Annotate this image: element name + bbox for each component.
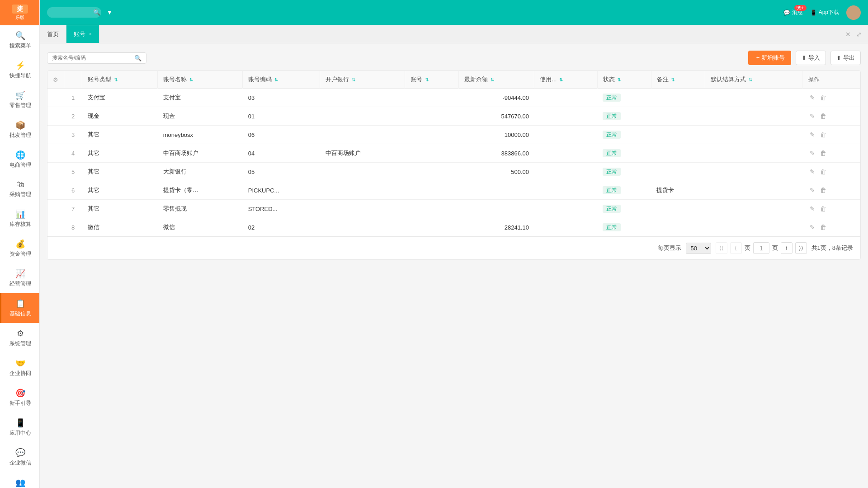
table-row: 3 其它 moneybosx 06 10000.00 正常 ✎ 🗑	[47, 126, 860, 144]
sidebar-item-finance[interactable]: 💰 资金管理	[0, 234, 39, 263]
import-button[interactable]: ⬇ 导入	[796, 51, 826, 65]
row-action: ✎ 🗑	[802, 144, 860, 163]
status-badge: 正常	[603, 131, 621, 139]
export-icon: ⬆	[836, 55, 841, 61]
col-settlement[interactable]: 默认结算方式 ⇅	[705, 71, 802, 89]
sidebar-item-system[interactable]: ⚙ 系统管理	[0, 323, 39, 353]
row-settlement	[705, 107, 802, 126]
col-account[interactable]: 账号 ⇅	[405, 71, 459, 89]
row-action: ✎ 🗑	[802, 163, 860, 181]
row-bank	[320, 89, 405, 107]
accounts-table: ⚙ 账号类型 ⇅ 账号名称 ⇅ 账号编码 ⇅ 开户银行 ⇅ 账号 ⇅ 最新余额 …	[47, 70, 861, 260]
sidebar: 捷 乐版 🔍 搜索菜单 ⚡ 快捷导航 🛒 零售管理 📦 批发管理 🌐 电商管理 …	[0, 0, 40, 488]
row-remark	[651, 218, 705, 237]
main-area: 🔍 ▼ 💬 消息 99+ 📱 App下载 首页账号× ✕ ⤢	[40, 0, 868, 488]
edit-button[interactable]: ✎	[808, 112, 817, 121]
row-settings	[47, 200, 64, 218]
sidebar-item-quick[interactable]: ⚡ 快捷导航	[0, 55, 39, 85]
tab-home[interactable]: 首页	[40, 25, 66, 43]
row-name: 提货卡（零…	[158, 181, 243, 200]
delete-button[interactable]: 🗑	[818, 93, 828, 102]
tab-close-window[interactable]: ✕	[843, 29, 854, 40]
tab-maximize-window[interactable]: ⤢	[854, 29, 864, 40]
sidebar-item-enterprise[interactable]: 🤝 企业协同	[0, 353, 39, 383]
tab-close-account[interactable]: ×	[89, 32, 92, 37]
col-action: 操作	[802, 71, 860, 89]
row-code: STORED...	[243, 200, 320, 218]
first-page-button[interactable]: ⟨⟨	[716, 242, 727, 254]
col-code[interactable]: 账号编码 ⇅	[243, 71, 320, 89]
topbar-search-input[interactable]	[52, 9, 93, 16]
sidebar-item-basic[interactable]: 📋 基础信息	[0, 293, 39, 323]
delete-button[interactable]: 🗑	[818, 149, 828, 158]
sidebar-label-finance: 资金管理	[9, 250, 31, 258]
prev-page-button[interactable]: ⟨	[730, 242, 742, 254]
tab-account[interactable]: 账号×	[66, 25, 99, 43]
row-name: 支付宝	[158, 89, 243, 107]
topbar-right: 💬 消息 99+ 📱 App下载	[783, 5, 861, 20]
edit-button[interactable]: ✎	[808, 130, 817, 139]
user-avatar[interactable]	[846, 5, 861, 20]
edit-button[interactable]: ✎	[808, 93, 817, 102]
col-settings[interactable]: ⚙	[47, 71, 64, 89]
edit-button[interactable]: ✎	[808, 149, 817, 158]
app-download-label: App下载	[819, 9, 839, 16]
page-size-select[interactable]: 50 100 200	[686, 243, 711, 254]
row-name: 微信	[158, 218, 243, 237]
delete-button[interactable]: 🗑	[818, 223, 828, 232]
add-account-label: + 新增账号	[756, 54, 785, 62]
edit-button[interactable]: ✎	[808, 167, 817, 176]
account-search-icon[interactable]: 🔍	[134, 55, 142, 61]
sidebar-item-corpwechat[interactable]: 💬 企业微信	[0, 442, 39, 472]
col-type[interactable]: 账号类型 ⇅	[82, 71, 158, 89]
row-account	[405, 218, 459, 237]
col-usage[interactable]: 使用... ⇅	[534, 71, 597, 89]
sidebar-item-inventory[interactable]: 📊 库存核算	[0, 204, 39, 234]
sidebar-item-retail[interactable]: 🛒 零售管理	[0, 85, 39, 115]
page-input[interactable]	[753, 242, 769, 254]
sidebar-item-guide[interactable]: 🎯 新手引导	[0, 383, 39, 413]
page-label: 页	[745, 244, 750, 252]
row-bank	[320, 181, 405, 200]
row-settings	[47, 89, 64, 107]
export-button[interactable]: ⬆ 导出	[830, 51, 861, 65]
row-settlement	[705, 181, 802, 200]
delete-button[interactable]: 🗑	[818, 130, 828, 139]
sidebar-item-appcenter[interactable]: 📱 应用中心	[0, 413, 39, 442]
last-page-button[interactable]: ⟩⟩	[795, 242, 807, 254]
row-account	[405, 181, 459, 200]
edit-button[interactable]: ✎	[808, 204, 817, 213]
delete-button[interactable]: 🗑	[818, 112, 828, 121]
row-name: 现金	[158, 107, 243, 126]
sidebar-icon-quick: ⚡	[15, 61, 25, 70]
topbar-search-bar[interactable]: 🔍	[47, 7, 101, 18]
delete-button[interactable]: 🗑	[818, 167, 828, 176]
col-remark[interactable]: 备注 ⇅	[651, 71, 705, 89]
delete-button[interactable]: 🗑	[818, 186, 828, 195]
col-name[interactable]: 账号名称 ⇅	[158, 71, 243, 89]
message-button[interactable]: 💬 消息 99+	[783, 9, 803, 16]
edit-button[interactable]: ✎	[808, 223, 817, 232]
add-account-button[interactable]: + 新增账号	[748, 51, 791, 65]
sidebar-item-member[interactable]: 👥 畅会员	[0, 472, 39, 488]
edit-button[interactable]: ✎	[808, 186, 817, 195]
row-settings	[47, 181, 64, 200]
sidebar-item-operation[interactable]: 📈 经营管理	[0, 263, 39, 293]
topbar-dropdown-icon[interactable]: ▼	[107, 9, 113, 16]
sidebar-item-purchase[interactable]: 🛍 采购管理	[0, 174, 39, 204]
col-bank[interactable]: 开户银行 ⇅	[320, 71, 405, 89]
account-search-bar[interactable]: 🔍	[47, 52, 146, 64]
account-search-input[interactable]	[52, 55, 134, 61]
col-balance[interactable]: 最新余额 ⇅	[459, 71, 534, 89]
app-download-button[interactable]: 📱 App下载	[810, 9, 839, 16]
col-status[interactable]: 状态 ⇅	[597, 71, 651, 89]
delete-button[interactable]: 🗑	[818, 204, 828, 213]
row-usage	[534, 200, 597, 218]
sidebar-item-wholesale[interactable]: 📦 批发管理	[0, 115, 39, 145]
next-page-button[interactable]: ⟩	[781, 242, 793, 254]
status-badge: 正常	[603, 168, 621, 176]
row-bank	[320, 126, 405, 144]
sidebar-item-ecommerce[interactable]: 🌐 电商管理	[0, 145, 39, 174]
table-footer: 每页显示 50 100 200 ⟨⟨ ⟨ 页 页 ⟩ ⟩⟩ 共1页，8条记录	[47, 236, 860, 259]
sidebar-item-search[interactable]: 🔍 搜索菜单	[0, 25, 39, 55]
